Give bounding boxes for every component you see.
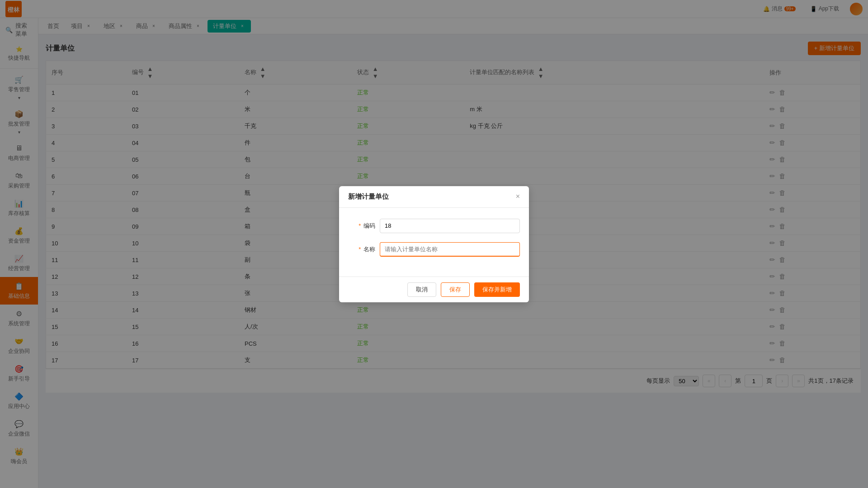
modal-header: 新增计量单位 ×	[339, 186, 529, 208]
code-input[interactable]	[380, 219, 520, 233]
name-label: * 名称	[348, 245, 375, 253]
code-label: * 编码	[348, 222, 375, 230]
modal-body: * 编码 * 名称	[339, 208, 529, 277]
modal-footer: 取消 保存 保存并新增	[339, 277, 529, 302]
name-required: *	[359, 246, 361, 253]
modal-close-button[interactable]: ×	[516, 193, 520, 200]
save-button[interactable]: 保存	[441, 282, 470, 297]
modal-overlay: 新增计量单位 × * 编码 * 名称 取消 保存 保存并新增	[0, 0, 868, 488]
modal-title: 新增计量单位	[348, 192, 389, 201]
code-required: *	[359, 222, 361, 229]
save-and-new-button[interactable]: 保存并新增	[474, 282, 520, 297]
name-input[interactable]	[380, 242, 520, 257]
name-form-row: * 名称	[348, 242, 520, 257]
cancel-button[interactable]: 取消	[407, 282, 436, 297]
code-form-row: * 编码	[348, 219, 520, 233]
add-unit-modal: 新增计量单位 × * 编码 * 名称 取消 保存 保存并新增	[339, 186, 529, 302]
